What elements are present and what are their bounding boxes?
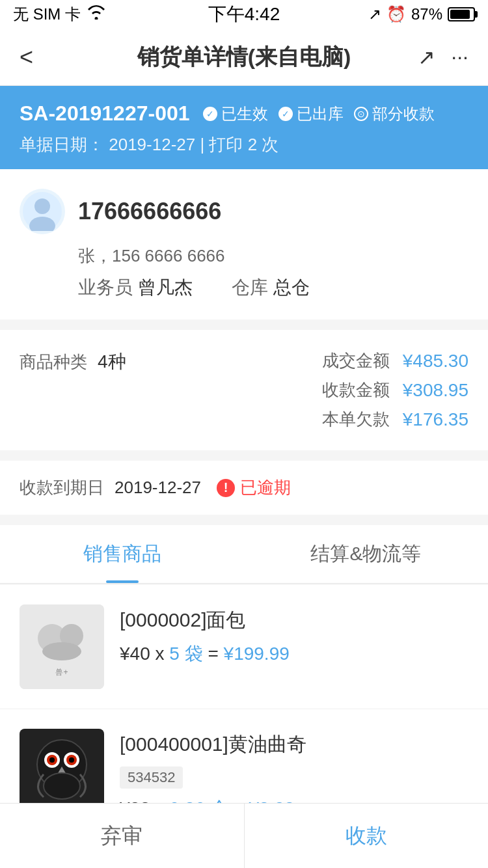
price-qty-0: 5 xyxy=(169,644,180,664)
order-id: SA-20191227-001 xyxy=(20,102,190,126)
customer-name-phone: 张，156 6666 6666 xyxy=(78,245,468,267)
overdue-icon: ! xyxy=(217,479,235,497)
order-banner-top: SA-20191227-001 ✓ 已生效 ✓ 已出库 ⊙ 部分收款 xyxy=(20,102,468,126)
check-icon-1: ✓ xyxy=(203,107,217,121)
product-type-label: 商品种类 xyxy=(20,351,87,373)
product-item-0: 兽+ [0000002]面包 ¥40 x 5 袋 = ¥199.99 xyxy=(0,585,488,709)
product-type-count: 4种 xyxy=(98,349,126,374)
amount-value-2: ¥176.35 xyxy=(403,409,468,430)
tab-settlement-label: 结算&物流等 xyxy=(310,543,421,564)
status-bar-right: ↗ ⏰ 87% xyxy=(368,5,475,23)
tab-settlement[interactable]: 结算&物流等 xyxy=(244,525,488,583)
status-badge-partial: ⊙ 部分收款 xyxy=(354,103,435,124)
product-name-1: [000400001]黄油曲奇 xyxy=(120,731,468,758)
overdue-badge: ! 已逾期 xyxy=(217,476,291,499)
svg-point-17 xyxy=(44,773,80,799)
amount-label-1: 收款金额 xyxy=(322,379,390,401)
bottom-bar: 弃审 收款 xyxy=(0,803,488,868)
product-price-0: ¥40 x 5 袋 = ¥199.99 xyxy=(120,642,468,666)
confirm-button[interactable]: 收款 xyxy=(245,804,489,868)
cancel-label: 弃审 xyxy=(101,822,142,850)
share-button[interactable]: ↗ xyxy=(418,45,435,70)
amount-row-0: 成交金额 ¥485.30 xyxy=(322,349,468,372)
amount-value-0: ¥485.30 xyxy=(403,351,468,372)
order-print-count: 2 xyxy=(248,135,257,154)
overdue-text: 已逾期 xyxy=(240,476,291,499)
customer-avatar xyxy=(20,189,65,234)
more-button[interactable]: ··· xyxy=(451,45,468,69)
wifi-icon xyxy=(87,5,105,23)
status-bar: 无 SIM 卡 下午4:42 ↗ ⏰ 87% xyxy=(0,0,488,29)
order-print-unit: 次 xyxy=(262,135,278,154)
staff-name: 曾凡杰 xyxy=(138,275,193,300)
price-x-0: x xyxy=(156,644,170,664)
product-image-1: 超级猫头鹰 xyxy=(20,729,104,813)
carrier-text: 无 SIM 卡 xyxy=(13,4,81,25)
staff-label: 业务员 xyxy=(78,275,133,300)
status-bar-time: 下午4:42 xyxy=(208,2,280,27)
amount-label-0: 成交金额 xyxy=(322,349,390,372)
svg-point-14 xyxy=(49,757,55,763)
battery-percent: 87% xyxy=(411,5,442,23)
status-badges: ✓ 已生效 ✓ 已出库 ⊙ 部分收款 xyxy=(203,103,435,124)
amount-label-2: 本单欠款 xyxy=(322,408,390,431)
alarm-icon: ⏰ xyxy=(386,5,406,23)
status-partial-text: 部分收款 xyxy=(372,103,435,124)
amount-row-2: 本单欠款 ¥176.35 xyxy=(322,408,468,431)
nav-bar: < 销货单详情(来自电脑) ↗ ··· xyxy=(0,29,488,86)
tabs-section: 销售商品 结算&物流等 xyxy=(0,525,488,584)
price-base-0: ¥40 xyxy=(120,644,150,664)
price-unit-0: 袋 xyxy=(185,644,203,664)
stats-right: 成交金额 ¥485.30 收款金额 ¥308.95 本单欠款 ¥176.35 xyxy=(322,349,468,431)
order-date-label: 单据日期： xyxy=(20,135,104,154)
order-print-label: | 打印 xyxy=(200,135,243,154)
amount-value-1: ¥308.95 xyxy=(403,380,468,401)
price-eq-0: = xyxy=(208,644,223,664)
back-button[interactable]: < xyxy=(20,44,33,71)
warehouse-name: 总仓 xyxy=(273,275,310,300)
battery-icon xyxy=(448,7,475,21)
page-title: 销货单详情(来自电脑) xyxy=(137,42,351,72)
status-badge-active: ✓ 已生效 xyxy=(203,103,268,124)
status-bar-left: 无 SIM 卡 xyxy=(13,4,105,25)
due-label: 收款到期日 xyxy=(20,476,104,499)
nav-actions: ↗ ··· xyxy=(418,45,468,70)
gps-icon: ↗ xyxy=(368,5,381,23)
amount-row-1: 收款金额 ¥308.95 xyxy=(322,379,468,401)
price-total-0: ¥199.99 xyxy=(224,644,290,664)
customer-row: 17666666666 xyxy=(20,189,468,234)
warehouse-label: 仓库 xyxy=(232,275,268,300)
stats-left: 商品种类 4种 xyxy=(20,349,322,374)
order-date-row: 单据日期： 2019-12-27 | 打印 2 次 xyxy=(20,133,468,156)
svg-point-15 xyxy=(69,757,74,763)
order-banner: SA-20191227-001 ✓ 已生效 ✓ 已出库 ⊙ 部分收款 单据日期：… xyxy=(0,86,488,169)
svg-point-6 xyxy=(42,642,81,660)
status-badge-shipped: ✓ 已出库 xyxy=(278,103,344,124)
product-name-0: [0000002]面包 xyxy=(120,607,468,634)
due-date-value: 2019-12-27 xyxy=(115,478,201,498)
svg-text:兽+: 兽+ xyxy=(55,668,68,677)
customer-id: 17666666666 xyxy=(78,198,221,225)
check-icon-2: ✓ xyxy=(278,107,293,121)
product-tag-1: 534532 xyxy=(120,766,183,789)
svg-point-1 xyxy=(34,198,50,214)
status-shipped-text: 已出库 xyxy=(297,103,344,124)
order-date-value: 2019-12-27 xyxy=(109,135,195,154)
staff-row: 业务员 曾凡杰 仓库 总仓 xyxy=(78,275,468,300)
confirm-label: 收款 xyxy=(346,822,387,850)
clock-icon: ⊙ xyxy=(354,107,368,121)
tab-sales-label: 销售商品 xyxy=(83,543,161,564)
product-info-0: [0000002]面包 ¥40 x 5 袋 = ¥199.99 xyxy=(120,604,468,666)
product-type-item: 商品种类 4种 xyxy=(20,349,322,374)
customer-section: 17666666666 张，156 6666 6666 业务员 曾凡杰 仓库 总… xyxy=(0,169,488,319)
tab-sales-products[interactable]: 销售商品 xyxy=(0,525,244,583)
due-date-section: 收款到期日 2019-12-27 ! 已逾期 xyxy=(0,461,488,515)
product-image-0: 兽+ xyxy=(20,604,104,689)
cancel-button[interactable]: 弃审 xyxy=(0,804,245,868)
stats-section: 商品种类 4种 成交金额 ¥485.30 收款金额 ¥308.95 本单欠款 ¥… xyxy=(0,330,488,450)
status-active-text: 已生效 xyxy=(221,103,268,124)
